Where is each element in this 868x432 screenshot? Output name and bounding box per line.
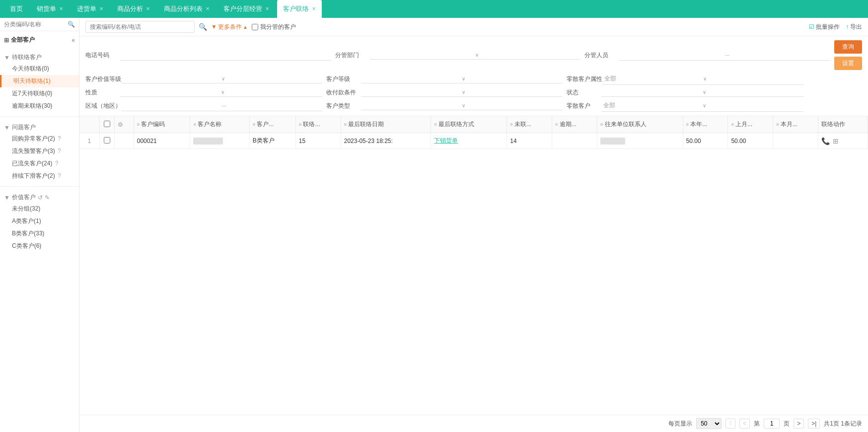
search-button[interactable]: 🔍 [199,23,207,31]
select-all-checkbox[interactable] [104,121,110,127]
sidebar-item-overdue[interactable]: 逾期未联络(30) [0,100,79,112]
sidebar-search-input[interactable] [4,21,66,28]
sidebar-item-ungrouped[interactable]: 未分组(32) [0,203,79,215]
customer-type-select[interactable]: ∨ [361,101,563,110]
more-conditions-button[interactable]: ▼ 更多条件 ▲ [211,23,248,31]
customer-level-select[interactable]: ∨ [361,74,563,83]
status-chevron: ∨ [703,89,801,95]
nav-tab-product-analysis[interactable]: 商品分析 ✕ [111,0,156,18]
nav-home[interactable]: 首页 [4,0,29,18]
phone-action-icon[interactable]: 📞 [821,137,830,145]
table-gear-icon[interactable]: ⚙ [118,121,123,128]
close-customer-contact-icon[interactable]: ✕ [312,0,316,18]
last-page-button[interactable]: >| [808,419,820,429]
my-customers-label: 我分管的客户 [260,23,296,31]
th-action-label: 联络动作 [821,121,845,128]
sidebar-item-a-class[interactable]: A类客户(1) [0,215,79,227]
query-button[interactable]: 查询 [834,40,862,54]
page-input[interactable] [764,419,780,429]
last-contact-method-link[interactable]: 下销货单 [434,137,458,144]
status-select[interactable]: ∨ [601,88,803,97]
problem-group-label[interactable]: ▼ 问题客户 [0,121,79,133]
home-label: 首页 [10,0,23,18]
next-page-button[interactable]: > [794,419,804,429]
th-this-month[interactable]: 本月... [773,116,818,133]
retail-customer-select[interactable]: 全部 ∨ [601,100,803,112]
th-overdue[interactable]: 逾期... [552,116,597,133]
th-last-contact-method[interactable]: 最后联络方式 [431,116,507,133]
person-select[interactable]: ··· [619,50,830,61]
sales-label: 销货单 [37,0,56,18]
collapse-icon[interactable]: « [72,37,75,44]
cell-last-month: 50.00 [728,133,773,149]
th-customer-type[interactable]: 客户... [249,116,295,133]
all-customers-header[interactable]: ⊞ 全部客户 « [0,33,79,47]
customer-value-select[interactable]: ∨ [121,74,322,83]
th-last-contact-date-label: 最后联络日期 [348,121,384,128]
pending-group-label[interactable]: ▼ 待联络客户 [0,51,79,63]
th-uncontacted[interactable]: 未联... [507,116,552,133]
nav-tab-customer-contact[interactable]: 客户联络 ✕ [277,0,322,18]
status-label: 状态 [567,88,601,97]
close-customer-tiered-icon[interactable]: ✕ [265,0,269,18]
sidebar-item-b-class[interactable]: B类客户(33) [0,227,79,240]
refresh-icon[interactable]: ↺ [38,194,43,201]
sidebar-item-churned[interactable]: 已流失客户(24) ? [0,157,79,170]
sidebar-item-declining[interactable]: 持续下滑客户(2) ? [0,170,79,182]
first-page-button[interactable]: ⊺ [725,419,735,429]
sidebar-item-c-class[interactable]: C类客户(6) [0,240,79,252]
sidebar-pending-group: ▼ 待联络客户 今天待联络(0) 明天待联络(1) 近7天待联络(0) 逾期未联… [0,49,79,114]
edit-value-icon[interactable]: ✎ [45,194,50,201]
value-group-label[interactable]: ▼ 价值客户 ↺ ✎ [0,191,79,203]
prev-page-button[interactable]: < [739,419,750,429]
th-contact[interactable]: 联络... [295,116,341,133]
customer-value-label: 客户价值等级 [85,75,121,83]
th-this-year[interactable]: 本年... [683,116,728,133]
close-sales-icon[interactable]: ✕ [59,0,63,18]
customer-type-field: 客户类型 ∨ [326,101,563,110]
bulk-action-button[interactable]: ☑ 批量操作 [809,23,840,31]
contact-blur [600,138,625,144]
cell-check [99,133,114,149]
region-label: 区域（地区） [85,102,121,110]
th-customer-name[interactable]: 客户名称 [190,116,249,133]
sidebar-item-today[interactable]: 今天待联络(0) [0,63,79,75]
sidebar-item-repurchase-anomaly[interactable]: 回购异常客户(2) ? [0,133,79,145]
th-customer-code[interactable]: 客户编码 [134,116,190,133]
nature-select[interactable]: ∨ [120,88,322,97]
b-class-label: B类客户(33) [12,230,44,237]
help-icon-1: ? [58,135,61,142]
more-action-icon[interactable]: ⊞ [833,137,839,145]
th-unit-contact[interactable]: 往来单位联系人 [597,116,683,133]
th-last-contact-date[interactable]: 最后联络日期 [341,116,431,133]
settings-button[interactable]: 设置 [834,57,862,70]
close-purchase-icon[interactable]: ✕ [99,0,103,18]
nav-tab-sales[interactable]: 销货单 ✕ [31,0,69,18]
my-customers-checkbox[interactable] [252,24,258,30]
nav-tab-customer-tiered[interactable]: 客户分层经营 ✕ [217,0,275,18]
churned-label: 已流失客户(24) [12,160,52,167]
retail-attr-select[interactable]: 全部 ∨ [602,73,803,85]
nav-tab-purchase[interactable]: 进货单 ✕ [71,0,109,18]
sidebar-item-churn-warning[interactable]: 流失预警客户(3) ? [0,145,79,157]
sidebar-search-icon[interactable]: 🔍 [68,21,75,28]
row-checkbox[interactable] [104,137,110,144]
search-input[interactable] [85,21,195,33]
filter-row-4: 区域（地区） ··· 客户类型 ∨ 零散客户 全部 [85,100,862,112]
th-uncontacted-label: 未联... [514,121,531,128]
help-icon-3: ? [55,160,59,167]
region-select[interactable]: ··· [121,101,322,111]
nav-tab-product-analysis-list[interactable]: 商品分析列表 ✕ [158,0,216,18]
th-last-month[interactable]: 上月... [728,116,773,133]
payment-select[interactable]: ∨ [361,88,563,97]
phone-input[interactable] [120,50,331,61]
per-page-select[interactable]: 50 10 20 100 [696,418,722,429]
sidebar-item-tomorrow[interactable]: 明天待联络(1) [0,75,79,87]
sidebar-item-7days[interactable]: 近7天待联络(0) [0,87,79,100]
close-product-analysis-list-icon[interactable]: ✕ [206,0,210,18]
my-customers-check[interactable]: 我分管的客户 [252,23,296,31]
dept-select[interactable]: ∨ [370,51,581,60]
export-button[interactable]: ↑ 导出 [846,23,862,31]
filter-toolbar: 🔍 ▼ 更多条件 ▲ 我分管的客户 ☑ 批量操作 ↑ 导出 [79,18,868,36]
close-product-analysis-icon[interactable]: ✕ [146,0,150,18]
